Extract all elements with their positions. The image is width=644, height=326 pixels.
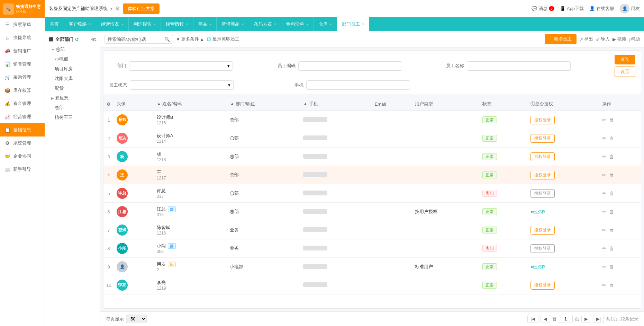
dept-node-double-seat[interactable]: 双座想 — [48, 93, 100, 103]
tab-close-profit[interactable]: × — [154, 22, 156, 26]
export-button[interactable]: ↗ 导出 — [579, 36, 593, 42]
edit-icon[interactable]: ✏ — [602, 282, 606, 288]
edit-icon[interactable]: ✏ — [602, 246, 606, 251]
edit-icon[interactable]: ✏ — [602, 227, 606, 233]
auth-button-resigned[interactable]: 授权登录 — [530, 244, 555, 253]
sidebar-item-cooperation[interactable]: 🤝 企业协同 — [0, 150, 45, 163]
edit-icon[interactable]: ✏ — [602, 209, 606, 214]
sidebar-item-basic-info[interactable]: 📋 基础信息 — [0, 123, 45, 136]
edit-icon[interactable]: ✏ — [602, 154, 606, 159]
auth-button-resigned[interactable]: 授权登录 — [530, 189, 555, 198]
tab-close-department[interactable]: × — [362, 22, 364, 26]
online-service-item[interactable]: 👤 在线客服 — [589, 6, 614, 12]
delete-icon[interactable]: 🗑 — [609, 264, 614, 270]
sidebar-item-guide[interactable]: 📖 新手引导 — [0, 163, 45, 176]
tab-history[interactable]: 经营历程 × — [161, 17, 193, 31]
show-resigned-checkbox[interactable]: ☑ 显示离职员工 — [207, 36, 239, 42]
filter-dept-select[interactable]: ▾ — [129, 61, 233, 71]
edit-icon[interactable]: ✏ — [602, 191, 606, 196]
tab-close-bom[interactable]: × — [306, 22, 308, 26]
topbar-dropdown-icon[interactable]: ▾ — [110, 6, 112, 11]
tab-close-customer[interactable]: × — [89, 22, 91, 26]
tab-close-history[interactable]: × — [186, 22, 188, 26]
dept-node-headquarters[interactable]: 总部 — [48, 45, 100, 54]
edit-icon[interactable]: ✏ — [602, 172, 606, 178]
last-page-button[interactable]: ▶| — [593, 315, 604, 323]
tab-goods[interactable]: 商品 × — [193, 17, 217, 31]
tab-close-goods[interactable]: × — [209, 22, 211, 26]
filter-phone-input[interactable] — [306, 80, 410, 90]
sidebar-item-sales[interactable]: 📊 销售管理 — [0, 58, 45, 71]
page-input[interactable] — [559, 315, 573, 323]
tab-operation[interactable]: 经营情况 × — [96, 17, 128, 31]
auth-button[interactable]: 授权登录 — [530, 171, 555, 179]
delete-icon[interactable]: 🗑 — [609, 154, 614, 159]
dept-node-hq[interactable]: 总部 — [48, 103, 100, 113]
collapse-icon[interactable]: ≪ — [91, 36, 97, 43]
tab-close-barcode[interactable]: × — [274, 22, 276, 26]
refresh-icon[interactable]: ↺ — [75, 37, 79, 42]
sidebar-item-management[interactable]: 📈 经营管理 — [0, 110, 45, 123]
delete-icon[interactable]: 🗑 — [609, 172, 614, 178]
help-button[interactable]: | 帮助 — [629, 36, 640, 42]
tab-profit[interactable]: 利润报告 × — [129, 17, 161, 31]
filter-status-select[interactable]: ▾ — [130, 80, 234, 90]
search-icon[interactable]: 🔍 — [164, 37, 170, 42]
sidebar-item-finance[interactable]: 💰 资金管理 — [0, 97, 45, 110]
delete-icon[interactable]: 🗑 — [609, 282, 614, 288]
sidebar-item-marketing[interactable]: 📣 营销推广 — [0, 44, 45, 58]
edit-icon[interactable]: ✏ — [602, 117, 606, 123]
app-download-item[interactable]: 📱 App下载 — [560, 6, 584, 12]
query-button[interactable]: 查询 — [615, 55, 635, 64]
tab-customer[interactable]: 客户联络 × — [64, 17, 96, 31]
auth-button[interactable]: 授权登录 — [530, 281, 555, 290]
auth-button[interactable]: 授权登录 — [530, 116, 555, 124]
col-dept[interactable]: ▲ 部门/职位 — [227, 97, 300, 111]
delete-icon[interactable]: 🗑 — [609, 117, 614, 123]
edit-icon[interactable]: ✏ — [602, 135, 606, 141]
prev-page-button[interactable]: ◀ — [541, 315, 550, 323]
tab-close-operation[interactable]: × — [121, 22, 123, 26]
tab-home[interactable]: 首页 — [45, 17, 64, 31]
auth-button[interactable]: 授权登录 — [530, 226, 555, 235]
tab-add-goods[interactable]: 新增商品 × — [217, 17, 249, 31]
sidebar-item-system[interactable]: ⚙ 系统管理 — [0, 136, 45, 150]
sidebar-item-purchase[interactable]: 🛒 采购管理 — [0, 71, 45, 84]
trial-button[interactable]: 体验行业方案 — [123, 3, 160, 14]
dept-node-project-room[interactable]: 项目库房 — [48, 64, 100, 74]
page-size-select[interactable]: 50 100 — [126, 315, 147, 323]
dept-node-tree-king[interactable]: 植树王三 — [48, 113, 100, 122]
tab-warehouse[interactable]: 仓库 × — [314, 17, 337, 31]
sidebar-item-inventory[interactable]: 📦 库存核算 — [0, 84, 45, 97]
user-item[interactable]: 👤 用友 — [620, 4, 640, 14]
more-filter-button[interactable]: ▼ 更多条件 ▲ — [176, 36, 204, 42]
tab-close-warehouse[interactable]: × — [330, 22, 332, 26]
delete-icon[interactable]: 🗑 — [609, 209, 614, 214]
col-settings-icon[interactable]: ⚙ — [107, 102, 111, 107]
col-name[interactable]: ▲ 姓名/编码 — [154, 97, 227, 111]
auth-button[interactable]: 授权登录 — [530, 134, 555, 143]
dept-node-distribution[interactable]: 配货 — [48, 83, 100, 93]
search-box[interactable]: 🔍 — [105, 35, 173, 44]
dept-node-small-elec[interactable]: 小电部 — [48, 54, 100, 64]
delete-icon[interactable]: 🗑 — [609, 135, 614, 141]
settings-icon[interactable]: ⚙ — [115, 5, 120, 12]
first-page-button[interactable]: |◀ — [527, 315, 538, 323]
filter-empname-input[interactable] — [467, 61, 571, 71]
reset-button[interactable]: 设置 — [615, 67, 635, 77]
delete-icon[interactable]: 🗑 — [609, 191, 614, 196]
filter-empcode-input[interactable] — [298, 61, 402, 71]
search-input[interactable] — [108, 37, 163, 42]
tab-bom[interactable]: 物料清单 × — [281, 17, 314, 31]
tab-close-add-goods[interactable]: × — [242, 22, 244, 26]
sidebar-item-quicknav[interactable]: ⌂ 快捷导航 — [0, 31, 45, 44]
col-phone[interactable]: ▲ 手机 — [300, 97, 372, 111]
edit-icon[interactable]: ✏ — [602, 264, 606, 270]
sidebar-item-search[interactable]: ☰ 搜索菜单 — [0, 18, 45, 31]
auth-button[interactable]: 授权登录 — [530, 152, 555, 161]
dept-node-shenyang[interactable]: 沈阳大库 — [48, 74, 100, 83]
import-button[interactable]: ↙ 导入 — [596, 36, 610, 42]
add-employee-button[interactable]: + 新增员工 — [545, 34, 576, 44]
video-button[interactable]: ▶ 视频 — [613, 36, 626, 42]
tab-barcode[interactable]: 条码方案 × — [249, 17, 281, 31]
